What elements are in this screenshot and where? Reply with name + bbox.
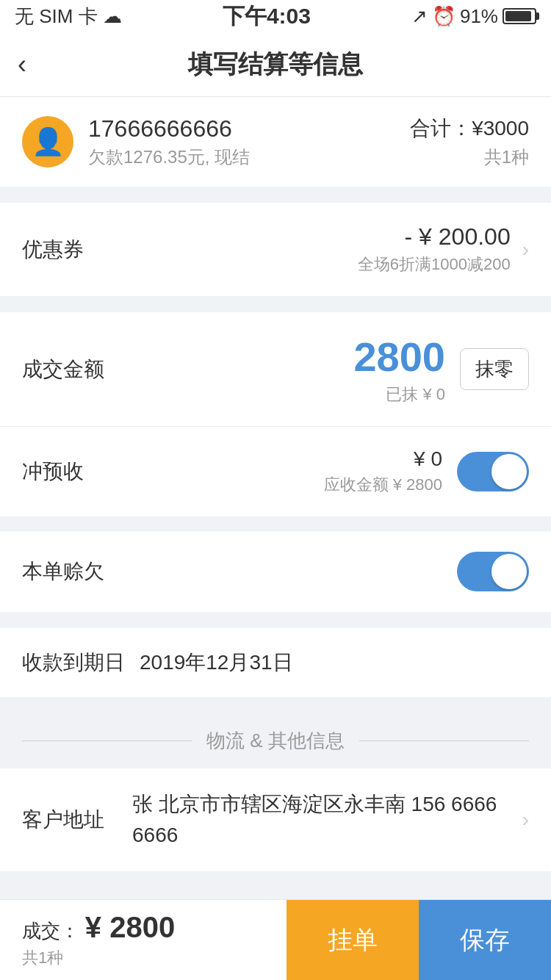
sep-line-right <box>359 741 529 741</box>
avatar: 👤 <box>22 116 73 167</box>
page-title: 填写结算等信息 <box>188 48 363 82</box>
divider-5 <box>0 699 551 713</box>
coupon-desc: 全场6折满1000减200 <box>358 253 511 275</box>
prepay-value-block: ¥ 0 应收金额 ¥ 2800 <box>324 447 442 496</box>
divider-4 <box>0 613 551 628</box>
status-bar: 无 SIM 卡 ☁ 下午4:03 ↗ ⏰ 91% <box>0 0 551 32</box>
credit-row: 本单赊欠 <box>0 531 551 612</box>
user-right: 合计：¥3000 共1种 <box>410 115 529 169</box>
address-value: 张 北京市市辖区海淀区永丰南 156 6666 6666 <box>118 789 522 851</box>
address-label: 客户地址 <box>22 806 118 834</box>
battery-fill <box>505 11 531 21</box>
avatar-icon: 👤 <box>32 126 65 157</box>
user-phone: 17666666666 <box>88 115 250 143</box>
user-subtitle: 欠款1276.35元, 现结 <box>88 145 250 169</box>
prepay-label: 冲预收 <box>22 458 84 486</box>
amount-sub: 已抹 ¥ 0 <box>353 383 445 406</box>
amount-value: 2800 <box>353 333 445 381</box>
battery-percent: 91% <box>460 5 498 28</box>
hold-button[interactable]: 挂单 <box>287 900 419 981</box>
prepay-amount: ¥ 0 <box>324 447 442 471</box>
due-date-value: 2019年12月31日 <box>140 649 293 677</box>
due-date-row: 收款到期日 2019年12月31日 <box>0 628 551 697</box>
amount-label: 成交金额 <box>22 356 104 383</box>
bottom-summary: 成交： ¥ 2800 共1种 <box>0 911 287 969</box>
sep-line-left <box>22 741 192 741</box>
prepay-sub: 应收金额 ¥ 2800 <box>324 474 442 496</box>
divider-2 <box>0 298 551 312</box>
prepay-toggle[interactable] <box>457 452 529 491</box>
status-time: 下午4:03 <box>223 1 311 32</box>
coupon-value: - ¥ 200.00 <box>358 223 511 251</box>
due-date-label: 收款到期日 <box>22 649 125 677</box>
save-button[interactable]: 保存 <box>419 900 551 981</box>
divider-1 <box>0 188 551 203</box>
status-right: ↗ ⏰ 91% <box>411 5 536 28</box>
sim-label: 无 SIM 卡 ☁ <box>15 4 122 29</box>
logistics-text: 物流 & 其他信息 <box>206 728 345 754</box>
address-chevron-icon: › <box>522 808 529 832</box>
coupon-label: 优惠券 <box>22 236 84 264</box>
item-count: 共1种 <box>410 145 529 169</box>
logistics-separator: 物流 & 其他信息 <box>0 713 551 768</box>
credit-label: 本单赊欠 <box>22 558 104 586</box>
total-label: 合计：¥3000 <box>410 115 529 143</box>
nav-bar: ‹ 填写结算等信息 <box>0 32 551 97</box>
bottom-amount: ¥ 2800 <box>85 911 175 943</box>
bottom-deal-line: 成交： ¥ 2800 <box>22 911 264 944</box>
coupon-right: - ¥ 200.00 全场6折满1000减200 › <box>358 223 529 275</box>
alarm-icon: ⏰ <box>432 5 455 28</box>
credit-toggle[interactable] <box>457 552 529 591</box>
coupon-section: 优惠券 - ¥ 200.00 全场6折满1000减200 › <box>0 203 551 296</box>
content: 👤 17666666666 欠款1276.35元, 现结 合计：¥3000 共1… <box>0 97 551 980</box>
divider-3 <box>0 516 551 531</box>
bottom-bar: 成交： ¥ 2800 共1种 挂单 保存 <box>0 899 551 980</box>
prepay-row: 冲预收 ¥ 0 应收金额 ¥ 2800 <box>0 427 551 516</box>
prepay-right: ¥ 0 应收金额 ¥ 2800 <box>324 447 529 496</box>
status-left: 无 SIM 卡 ☁ <box>15 4 122 29</box>
amount-right: 2800 已抹 ¥ 0 抹零 <box>353 333 529 406</box>
round-button[interactable]: 抹零 <box>460 348 529 390</box>
user-info: 17666666666 欠款1276.35元, 现结 <box>88 115 250 169</box>
back-button[interactable]: ‹ <box>18 49 26 80</box>
bottom-count: 共1种 <box>22 947 264 969</box>
amount-row: 成交金额 2800 已抹 ¥ 0 抹零 <box>0 312 551 427</box>
chevron-right-icon: › <box>522 238 529 262</box>
user-card: 👤 17666666666 欠款1276.35元, 现结 合计：¥3000 共1… <box>0 97 551 187</box>
toggle-knob <box>491 454 527 489</box>
address-row[interactable]: 客户地址 张 北京市市辖区海淀区永丰南 156 6666 6666 › <box>0 768 551 871</box>
battery-icon <box>503 8 536 24</box>
location-icon: ↗ <box>411 5 428 28</box>
bottom-deal-label: 成交： <box>22 920 79 942</box>
credit-toggle-knob <box>491 554 527 589</box>
user-left: 👤 17666666666 欠款1276.35元, 现结 <box>22 115 250 169</box>
coupon-row[interactable]: 优惠券 - ¥ 200.00 全场6折满1000减200 › <box>0 203 551 296</box>
